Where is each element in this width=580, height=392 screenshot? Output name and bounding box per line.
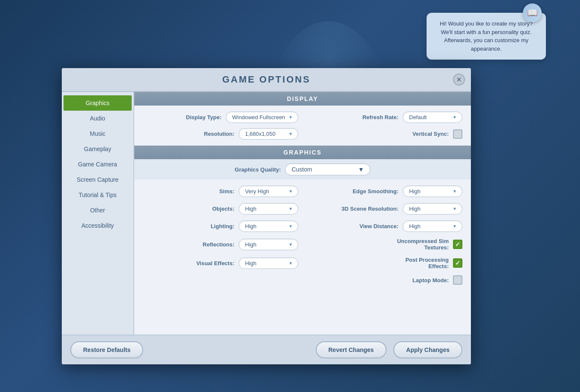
sims-label: Sims:: [219, 188, 234, 195]
vertical-sync-checkbox[interactable]: [453, 129, 462, 139]
display-type-dropdown[interactable]: Windowed Fullscreen ▼: [226, 112, 298, 123]
display-type-row: Display Type: Windowed Fullscreen ▼: [143, 112, 298, 123]
dialog-header: Game Options ✕: [62, 68, 471, 92]
dialog-title: Game Options: [222, 74, 310, 85]
sidebar-item-accessibility[interactable]: Accessibility: [62, 218, 133, 233]
chevron-down-icon: ▼: [289, 132, 293, 136]
sims-dropdown[interactable]: Very High ▼: [239, 186, 298, 197]
apply-changes-button[interactable]: Apply Changes: [393, 341, 462, 358]
scene-resolution-dropdown[interactable]: High ▼: [403, 203, 462, 215]
view-distance-row: View Distance: High ▼: [307, 220, 462, 232]
graphics-section-header: Graphics: [134, 146, 471, 159]
chevron-down-icon: ▼: [453, 189, 457, 194]
display-settings: Display Type: Windowed Fullscreen ▼ Refr…: [134, 106, 471, 146]
dialog-footer: Restore Defaults Revert Changes Apply Ch…: [62, 335, 471, 364]
chevron-down-icon: ▼: [289, 224, 293, 229]
lighting-label: Lighting:: [211, 223, 234, 229]
vertical-sync-label: Vertical Sync:: [413, 131, 449, 137]
tooltip-icon: 📖: [523, 3, 542, 22]
restore-defaults-button[interactable]: Restore Defaults: [70, 341, 143, 358]
uncompressed-textures-checkbox[interactable]: [453, 240, 462, 249]
chevron-down-icon: ▼: [453, 206, 457, 211]
uncompressed-textures-label: Uncompressed SimTextures:: [397, 238, 449, 251]
graphics-quality-dropdown[interactable]: Custom ▼: [285, 163, 370, 175]
sidebar-item-other[interactable]: Other: [62, 203, 133, 218]
objects-row: Objects: High ▼: [143, 203, 298, 215]
lighting-row: Lighting: High ▼: [143, 220, 298, 232]
chevron-down-icon: ▼: [289, 242, 293, 247]
resolution-dropdown[interactable]: 1,680x1,050 ▼: [239, 128, 298, 140]
edge-smoothing-dropdown[interactable]: High ▼: [403, 186, 462, 197]
tooltip-text: Hi! Would you like to create my story? W…: [440, 20, 533, 52]
vertical-sync-row: Vertical Sync:: [307, 129, 462, 139]
sidebar-item-gameplay[interactable]: Gameplay: [62, 141, 133, 157]
view-distance-dropdown[interactable]: High ▼: [403, 220, 462, 232]
laptop-mode-row: Laptop Mode:: [307, 275, 462, 285]
objects-label: Objects:: [212, 206, 234, 212]
lighting-dropdown[interactable]: High ▼: [239, 220, 298, 232]
refresh-rate-label: Refresh Rate:: [362, 114, 398, 120]
chevron-down-icon: ▼: [453, 224, 457, 229]
chevron-down-icon: ▼: [289, 206, 293, 211]
reflections-row: Reflections: High ▼: [143, 238, 298, 251]
objects-dropdown[interactable]: High ▼: [239, 203, 298, 215]
close-button[interactable]: ✕: [453, 74, 465, 86]
sidebar-item-tutorial-tips[interactable]: Tutorial & Tips: [62, 187, 133, 203]
sidebar-item-graphics[interactable]: Graphics: [63, 95, 132, 111]
scene-resolution-label: 3D Scene Resolution:: [341, 206, 398, 212]
post-processing-label: Post ProcessingEffects:: [405, 257, 449, 269]
sidebar-item-game-camera[interactable]: Game Camera: [62, 157, 133, 172]
content-area: Display Display Type: Windowed Fullscree…: [134, 92, 471, 335]
sidebar-item-audio[interactable]: Audio: [62, 111, 133, 126]
chevron-down-icon: ▼: [358, 166, 364, 173]
scene-resolution-row: 3D Scene Resolution: High ▼: [307, 203, 462, 215]
sidebar: Graphics Audio Music Gameplay Game Camer…: [62, 92, 134, 335]
graphics-quality-label: Graphics Quality:: [235, 166, 281, 173]
view-distance-label: View Distance:: [359, 223, 398, 229]
laptop-mode-checkbox[interactable]: [453, 275, 462, 285]
chevron-down-icon: ▼: [289, 261, 293, 266]
visual-effects-row: Visual Effects: High ▼: [143, 257, 298, 269]
dialog-body: Graphics Audio Music Gameplay Game Camer…: [62, 92, 471, 335]
visual-effects-dropdown[interactable]: High ▼: [239, 258, 298, 269]
sidebar-item-screen-capture[interactable]: Screen Capture: [62, 172, 133, 187]
resolution-row: Resolution: 1,680x1,050 ▼: [143, 128, 298, 140]
reflections-label: Reflections:: [203, 241, 234, 248]
refresh-rate-dropdown[interactable]: Default ▼: [403, 112, 462, 123]
game-options-dialog: Game Options ✕ Graphics Audio Music Game…: [62, 68, 471, 364]
graphics-quality-bar: Graphics Quality: Custom ▼: [134, 159, 471, 180]
edge-smoothing-label: Edge Smoothing:: [352, 188, 398, 195]
refresh-rate-row: Refresh Rate: Default ▼: [307, 112, 462, 123]
edge-smoothing-row: Edge Smoothing: High ▼: [307, 186, 462, 197]
visual-effects-label: Visual Effects:: [196, 260, 234, 266]
resolution-label: Resolution:: [204, 131, 235, 137]
post-processing-checkbox[interactable]: [453, 258, 462, 268]
chevron-down-icon: ▼: [289, 115, 293, 120]
sims-row: Sims: Very High ▼: [143, 186, 298, 197]
tooltip-bubble: 📖 Hi! Would you like to create my story?…: [427, 13, 546, 60]
display-section-header: Display: [134, 92, 471, 106]
reflections-dropdown[interactable]: High ▼: [239, 239, 298, 250]
post-processing-row: Post ProcessingEffects:: [307, 257, 462, 269]
revert-changes-button[interactable]: Revert Changes: [316, 341, 387, 358]
display-type-label: Display Type:: [186, 114, 222, 120]
chevron-down-icon: ▼: [453, 115, 457, 120]
laptop-mode-label: Laptop Mode:: [413, 277, 449, 283]
sidebar-item-music[interactable]: Music: [62, 126, 133, 141]
uncompressed-textures-row: Uncompressed SimTextures:: [307, 238, 462, 251]
chevron-down-icon: ▼: [289, 189, 293, 194]
graphics-settings-grid: Sims: Very High ▼ Edge Smoothing: High ▼: [134, 180, 471, 291]
